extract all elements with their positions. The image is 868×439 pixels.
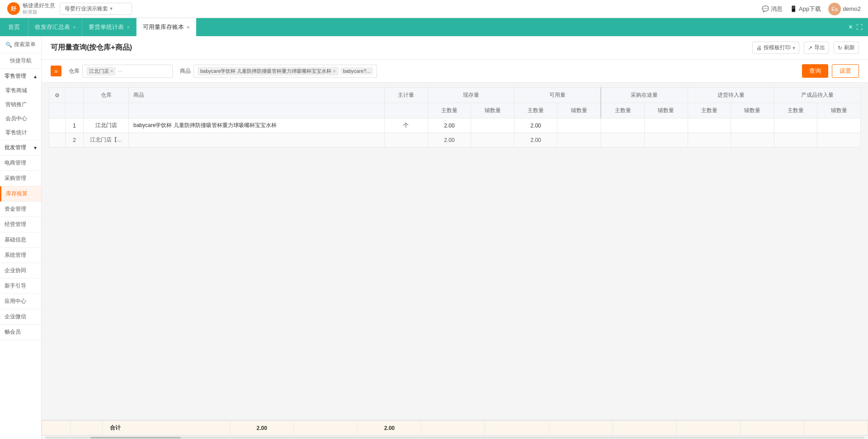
message-btn[interactable]: 💬 消息	[762, 5, 783, 13]
export-icon: ↗	[808, 45, 812, 51]
footer-prod-aux	[804, 421, 868, 435]
sidebar-item-finance[interactable]: 资金管理	[0, 202, 41, 217]
td-warehouse-2: 江北门店【...	[84, 133, 129, 147]
sidebar-item-enterprise[interactable]: 企业协同	[0, 263, 41, 279]
th-production-pending: 产成品待入量	[774, 88, 860, 103]
filter-action-btns: 查询 设置	[802, 64, 859, 78]
filter-warehouse-tag: 江北门店 ×	[86, 67, 116, 76]
filter-product-input[interactable]: babycare学饮杯 儿童防摔防撞吸管杯重力球吸嘴杯宝宝水杯 × babyca…	[193, 65, 377, 78]
tab-bar: 首页 收发存汇总表 × 要货单统计表 × 可用量库存账本 × × ⛶	[0, 18, 868, 36]
footer-pur-aux	[549, 421, 613, 435]
sidebar-group-retail-label: 零售管理	[5, 72, 26, 80]
filter-product-tag-1-text: babycare学饮杯 儿童防摔防撞吸管杯重力球吸嘴杯宝宝水杯	[200, 68, 331, 75]
sidebar-item-retail-mall[interactable]: 零售商城	[0, 84, 41, 98]
expand-arrow-icon: »	[54, 67, 58, 75]
expand-icon[interactable]: ⛶	[856, 24, 863, 31]
sidebar-group-retail-header[interactable]: 零售管理 ▴	[0, 69, 41, 84]
footer-avail-main: 2.00	[358, 421, 421, 435]
td-stock-aux-1	[471, 118, 514, 133]
tab-receipt-summary[interactable]: 收发存汇总表 ×	[28, 18, 82, 36]
sidebar-item-wechat[interactable]: 企业微信	[0, 309, 41, 325]
footer-table: 合计 2.00 2.00	[42, 420, 868, 435]
export-btn[interactable]: ↗ 导出	[804, 42, 829, 54]
td-pur-main-1	[601, 118, 644, 133]
sidebar-quick-nav-label: 快捷导航	[10, 57, 32, 65]
main-layout: 🔍 搜索菜单 快捷导航 零售管理 ▴ 零售商城 营销推广 会员中心 零售统计 批…	[0, 36, 868, 439]
close-all-icon[interactable]: ×	[849, 23, 853, 31]
filter-warehouse-input[interactable]: 江北门店 × ···	[82, 65, 173, 78]
tab-receipt-summary-close[interactable]: ×	[73, 24, 75, 30]
sidebar-item-system[interactable]: 系统管理	[0, 248, 41, 263]
th-current-stock: 现存量	[428, 88, 514, 103]
sidebar-group-wholesale-header[interactable]: 批发管理 ▾	[0, 140, 41, 155]
footer-no	[71, 421, 103, 435]
tab-home-label: 首页	[8, 23, 20, 31]
td-in-main-1	[688, 118, 731, 133]
td-unit-2	[385, 133, 428, 147]
app-download-btn[interactable]: 📱 App下载	[790, 5, 821, 13]
sidebar-item-member-center[interactable]: 会员中心	[0, 112, 41, 126]
app-download-label: App下载	[799, 5, 821, 13]
refresh-btn[interactable]: ↻ 刷新	[834, 42, 859, 54]
filter-product-tag-1-remove[interactable]: ×	[333, 68, 335, 74]
sidebar-item-retail-stats[interactable]: 零售统计	[0, 126, 41, 140]
td-stock-main-1: 2.00	[428, 118, 471, 133]
chevron-down-icon-wholesale: ▾	[34, 145, 37, 151]
gear-icon[interactable]: ⚙	[55, 92, 60, 99]
sidebar-item-newguide[interactable]: 新手引导	[0, 279, 41, 294]
td-gear-2	[49, 133, 66, 147]
td-avail-aux-2	[557, 133, 601, 147]
sidebar-item-basic[interactable]: 基础信息	[0, 232, 41, 248]
page-header: 可用量查询(按仓库+商品) 🖨 按模板打印 ▾ ↗ 导出 ↻ 刷新	[42, 36, 868, 60]
query-btn[interactable]: 查询	[802, 64, 828, 78]
tab-home[interactable]: 首页	[0, 18, 28, 36]
tab-available-inventory[interactable]: 可用量库存账本 ×	[137, 18, 196, 36]
td-stock-main-2: 2.00	[428, 133, 471, 147]
th-sub-main-unit	[385, 103, 428, 118]
content-area: 可用量查询(按仓库+商品) 🖨 按模板打印 ▾ ↗ 导出 ↻ 刷新	[42, 36, 868, 439]
footer-avail-aux	[421, 421, 485, 435]
tab-order-stats-close[interactable]: ×	[127, 24, 129, 30]
td-in-aux-2	[731, 133, 774, 147]
th-stock-main-qty: 主数量	[428, 103, 471, 118]
template-print-btn[interactable]: 🖨 按模板打印 ▾	[752, 42, 799, 54]
th-in-aux-qty: 辅数量	[731, 103, 774, 118]
filter-expand-btn[interactable]: »	[51, 66, 61, 76]
sidebar-item-ecommerce[interactable]: 电商管理	[0, 156, 41, 171]
sidebar-item-appcenter[interactable]: 应用中心	[0, 294, 41, 309]
td-prod-main-2	[774, 133, 817, 147]
setting-btn[interactable]: 设置	[832, 64, 859, 78]
sidebar-item-member[interactable]: 畅会员	[0, 325, 41, 340]
industry-select[interactable]: 母婴行业演示账套 ▾	[60, 3, 132, 15]
td-unit-1: 个	[385, 118, 428, 133]
th-pur-aux-qty: 辅数量	[645, 103, 688, 118]
logo-text: 畅捷通好生意	[23, 2, 55, 9]
filter-warehouse-field: 仓库 江北门店 × ···	[69, 65, 173, 78]
sidebar-search-btn[interactable]: 🔍 搜索菜单	[4, 41, 38, 48]
horizontal-scrollbar[interactable]	[42, 435, 868, 439]
sidebar-item-inventory[interactable]: 库存核算	[0, 186, 41, 202]
scrollbar-thumb[interactable]	[90, 437, 181, 439]
td-avail-main-2: 2.00	[514, 133, 557, 147]
template-tag: 标准版	[23, 9, 55, 15]
tab-available-inventory-close[interactable]: ×	[187, 24, 189, 30]
sidebar-quick-nav[interactable]: 快捷导航	[0, 53, 41, 69]
tab-order-stats[interactable]: 要货单统计表 ×	[82, 18, 136, 36]
th-pur-main-qty: 主数量	[601, 103, 644, 118]
th-sub-no	[66, 103, 84, 118]
page-title: 可用量查询(按仓库+商品)	[51, 43, 132, 52]
th-incoming: 进货待入量	[688, 88, 774, 103]
user-profile[interactable]: Ea demo2	[828, 3, 861, 15]
page-actions: 🖨 按模板打印 ▾ ↗ 导出 ↻ 刷新	[752, 42, 859, 54]
filter-warehouse-remove-icon[interactable]: ×	[110, 68, 113, 74]
filter-warehouse-ellipsis[interactable]: ···	[118, 68, 122, 74]
tab-bar-actions: × ⛶	[843, 18, 868, 36]
sidebar-group-wholesale: 批发管理 ▾	[0, 140, 41, 156]
avatar: Ea	[828, 3, 841, 15]
td-product-2	[129, 133, 385, 147]
sidebar-item-marketing[interactable]: 营销推广	[0, 98, 41, 112]
sidebar-item-purchase[interactable]: 采购管理	[0, 171, 41, 186]
th-avail-aux-qty: 辅数量	[557, 103, 601, 118]
sidebar-item-operation[interactable]: 经营管理	[0, 217, 41, 232]
phone-icon: 📱	[790, 5, 797, 12]
